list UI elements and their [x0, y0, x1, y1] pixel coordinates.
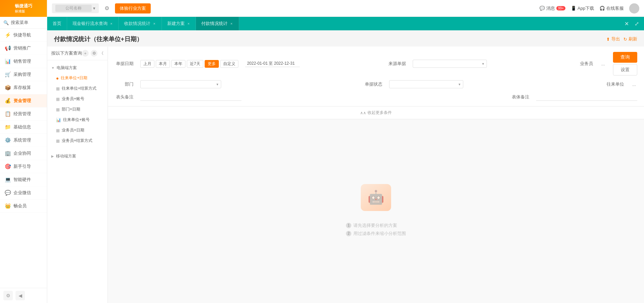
date-range-input[interactable] — [245, 61, 300, 67]
scheme-item-partner-date[interactable]: ● 往来单位+日期 — [47, 73, 108, 83]
tab-receipt-stats[interactable]: 收款情况统计 × — [119, 17, 162, 30]
sidebar-item-inventory[interactable]: 📦 库存核算 — [0, 81, 47, 94]
scheme-panel-title: 按以下方案查询 — [51, 50, 82, 56]
partner-filter-label: 往来单位 — [605, 81, 624, 87]
search-icon: 🔍 — [3, 20, 9, 25]
scheme-settings-btn[interactable]: ⚙ — [91, 50, 97, 57]
purchase-icon: 🛒 — [5, 71, 11, 78]
tab-home-label: 首页 — [53, 21, 61, 27]
notification-btn[interactable]: 💬 消息 99+ — [539, 5, 565, 11]
right-panel: 单据日期 上月 本月 本年 近7天 更多 自定义 来源单据 — [108, 47, 644, 303]
date-btn-7days[interactable]: 近7天 — [187, 60, 203, 68]
scheme-section-desktop-header[interactable]: ▼ 电脑端方案 — [47, 63, 108, 73]
header-note-input[interactable] — [140, 93, 241, 101]
sidebar-item-finance[interactable]: 💰 资金管理 — [0, 94, 47, 108]
scheme-item-salesperson-date[interactable]: ▦ 业务员+日期 — [47, 125, 108, 135]
sidebar-item-system[interactable]: ⚙️ 系统管理 — [0, 134, 47, 147]
scheme-item-salesperson-settle[interactable]: ▦ 业务员+结算方式 — [47, 135, 108, 146]
sidebar-item-purchase[interactable]: 🛒 采购管理 — [0, 68, 47, 81]
scheme-collapse-btn[interactable]: 《 — [99, 51, 104, 56]
sidebar-item-label: 企业协同 — [13, 150, 31, 156]
date-btn-this-month[interactable]: 本月 — [156, 60, 170, 68]
source-doc-select[interactable] — [413, 60, 487, 68]
sidebar-item-label: 营销推广 — [13, 45, 31, 51]
sidebar-item-label: 基础信息 — [13, 124, 31, 130]
body-note-input[interactable] — [536, 93, 637, 101]
sidebar-item-label: 销售管理 — [13, 58, 31, 64]
sidebar-search-btn[interactable]: 🔍 搜索菜单 — [0, 17, 47, 29]
scheme-add-btn[interactable]: ＋ — [82, 50, 89, 57]
sidebar-item-corp[interactable]: 🏢 企业协同 — [0, 147, 47, 160]
trial-industry-btn[interactable]: 体验行业方案 — [115, 3, 151, 13]
tab-receipt-close[interactable]: × — [152, 22, 156, 26]
scheme-item-label: 往来单位+账号 — [63, 117, 90, 123]
robot-icon — [361, 184, 391, 211]
sidebar-item-quick-nav[interactable]: ⚡ 快捷导航 — [0, 29, 47, 42]
tab-payment-close[interactable]: × — [230, 22, 233, 26]
doc-status-select[interactable] — [389, 80, 463, 88]
step-2-text: 用过滤条件来缩小分析范围 — [353, 231, 406, 237]
date-filter-label: 单据日期 — [115, 61, 134, 67]
notification-icon: 💬 — [539, 6, 545, 11]
step-1-text: 请先选择要分析的方案 — [353, 222, 397, 229]
scheme-item-dept-date[interactable]: ▦ 部门+日期 — [47, 104, 108, 115]
tab-new-scheme-label: 新建方案 — [167, 21, 185, 27]
sidebar-nav: ⚡ 快捷导航 📢 营销推广 📊 销售管理 🛒 采购管理 📦 库存核算 💰 资金管… — [0, 29, 47, 213]
filter-row-2: 部门 单据状态 — [115, 80, 637, 88]
date-btn-this-year[interactable]: 本年 — [171, 60, 185, 68]
user-avatar[interactable] — [629, 3, 639, 13]
settings-btn[interactable]: 设置 — [613, 64, 637, 75]
query-btn[interactable]: 查询 — [613, 52, 637, 63]
company-name: 公司名称 — [55, 5, 92, 12]
quick-nav-icon: ⚡ — [5, 32, 11, 38]
company-selector[interactable]: 公司名称 ▾ — [52, 3, 99, 13]
tab-home[interactable]: 首页 — [47, 17, 67, 30]
dept-select[interactable] — [140, 80, 221, 88]
sidebar-item-vip[interactable]: 👑 畅会员 — [0, 200, 47, 213]
sidebar-item-guide[interactable]: 🎯 新手引导 — [0, 160, 47, 173]
sidebar-item-hardware[interactable]: 💻 智能硬件 — [0, 173, 47, 186]
collapse-conditions-btn[interactable]: ∧∧ 收起更多条件 — [360, 110, 392, 116]
tab-new-scheme[interactable]: 新建方案 × — [162, 17, 196, 30]
empty-state: 1 请先选择要分析的方案 2 用过滤条件来缩小分析范围 — [346, 184, 406, 239]
sidebar-item-label: 畅会员 — [13, 203, 27, 209]
sidebar-item-operations[interactable]: 📋 经营管理 — [0, 108, 47, 121]
refresh-btn[interactable]: ↻ 刷新 — [623, 36, 637, 42]
settings-gear-btn[interactable]: ⚙ — [102, 4, 112, 13]
salesperson-filter-label: 业务员 — [574, 61, 593, 67]
scheme-item-salesperson-account[interactable]: ▦ 业务员+账号 — [47, 94, 108, 104]
app-download-btn[interactable]: 📱 App下载 — [571, 5, 594, 11]
sidebar-item-label: 资金管理 — [13, 98, 31, 104]
scheme-item-partner-settle[interactable]: ▦ 往来单位+结算方式 — [47, 83, 108, 94]
desktop-expand-arrow: ▼ — [51, 66, 55, 70]
empty-state-steps: 1 请先选择要分析的方案 2 用过滤条件来缩小分析范围 — [346, 222, 406, 239]
tab-new-scheme-close[interactable]: × — [187, 22, 190, 26]
sidebar-item-marketing[interactable]: 📢 营销推广 — [0, 42, 47, 55]
online-service-btn[interactable]: 🎧 在线客服 — [599, 5, 624, 11]
tab-bank-flow[interactable]: 现金银行流水查询 × — [67, 17, 119, 30]
scheme-section-mobile: ▶ 移动端方案 — [47, 149, 108, 164]
sidebar-collapse-btn[interactable]: ◀ — [16, 291, 25, 300]
tab-payment-stats[interactable]: 付款情况统计 × — [196, 17, 239, 30]
sidebar-item-wechat[interactable]: 💬 企业微信 — [0, 186, 47, 200]
desktop-scheme-items: ● 往来单位+日期 ▦ 往来单位+结算方式 ▦ 业务员+账号 ▦ — [47, 73, 108, 146]
tab-expand-btn[interactable]: ⤢ — [633, 20, 641, 28]
page-title: 付款情况统计（往来单位+日期） — [54, 35, 143, 43]
tab-close-all-btn[interactable]: ✕ — [622, 20, 631, 28]
empty-step-1: 1 请先选择要分析的方案 — [346, 222, 406, 229]
scheme-section-mobile-header[interactable]: ▶ 移动端方案 — [47, 151, 108, 161]
sidebar-settings-btn[interactable]: ⚙ — [3, 291, 13, 300]
sidebar-item-sales[interactable]: 📊 销售管理 — [0, 55, 47, 68]
scheme-item-icon: ▦ — [56, 97, 60, 101]
date-btn-more[interactable]: 更多 — [205, 60, 219, 68]
export-btn[interactable]: ⬆ 导出 — [606, 36, 620, 42]
tab-bank-flow-close[interactable]: × — [110, 22, 113, 26]
tab-receipt-stats-label: 收款情况统计 — [124, 21, 150, 27]
partner-ellipsis: ... — [631, 82, 637, 87]
corp-icon: 🏢 — [5, 150, 11, 156]
date-btn-last-month[interactable]: 上月 — [140, 60, 154, 68]
date-btn-custom[interactable]: 自定义 — [220, 60, 238, 68]
collapse-label: 收起更多条件 — [368, 110, 392, 116]
scheme-item-partner-account[interactable]: 📊 往来单位+账号 — [47, 115, 108, 125]
sidebar-item-basic[interactable]: 📁 基础信息 — [0, 121, 47, 134]
